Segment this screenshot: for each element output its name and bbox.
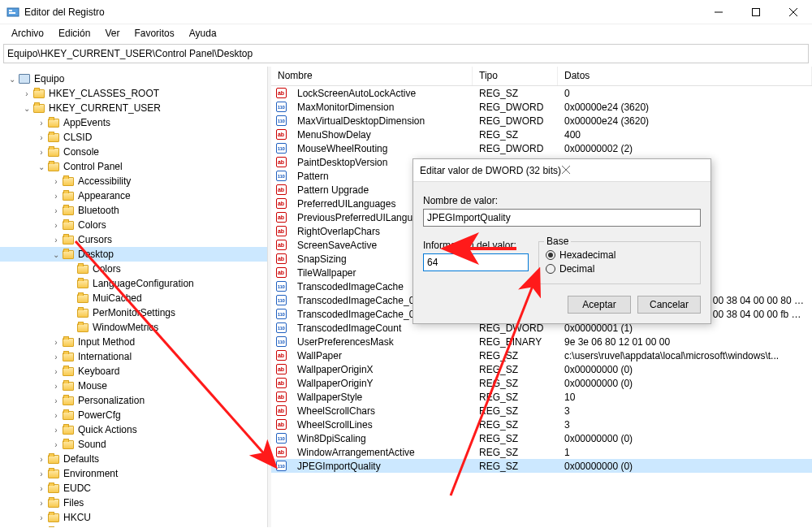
chevron-icon[interactable]: › xyxy=(50,206,62,215)
chevron-icon[interactable]: › xyxy=(36,148,47,157)
tree-node[interactable]: ›Cursors xyxy=(0,232,267,247)
tree-node[interactable]: ›Colors xyxy=(0,218,267,232)
chevron-icon[interactable]: › xyxy=(21,89,32,98)
tree-node[interactable]: ⌄Desktop xyxy=(0,247,267,262)
name-input[interactable] xyxy=(423,209,701,227)
ok-button[interactable]: Aceptar xyxy=(568,296,631,314)
tree-node[interactable]: ›Files xyxy=(0,496,267,510)
tree-node[interactable]: ⌄Control Panel xyxy=(0,159,267,174)
value-row[interactable]: abWallpaperOriginYREG_SZ0x00000000 (0) xyxy=(271,376,812,390)
menu-edición[interactable]: Edición xyxy=(52,26,97,41)
maximize-button[interactable] xyxy=(737,0,775,24)
chevron-icon[interactable]: › xyxy=(50,382,62,391)
menu-archivo[interactable]: Archivo xyxy=(5,26,50,41)
chevron-icon[interactable]: ⌄ xyxy=(50,250,62,259)
value-row[interactable]: 110JPEGImportQualityREG_SZ0x00000000 (0) xyxy=(271,459,812,473)
cell-data: 0x00000002 (2) xyxy=(558,143,812,154)
value-row[interactable]: 110MaxVirtualDesktopDimensionREG_DWORD0x… xyxy=(271,114,812,128)
chevron-icon[interactable]: › xyxy=(50,411,62,420)
tree-node[interactable]: Colors xyxy=(0,262,267,276)
tree-node[interactable]: ⌄Equipo xyxy=(0,71,267,86)
close-button[interactable] xyxy=(775,0,812,24)
menu-ver[interactable]: Ver xyxy=(98,26,126,41)
tree-node[interactable]: ›Mouse xyxy=(0,379,267,393)
value-row[interactable]: abWallPaperREG_SZc:\users\ruvel\appdata\… xyxy=(271,348,812,362)
tree-node[interactable]: ›EUDC xyxy=(0,481,267,496)
chevron-icon[interactable]: › xyxy=(50,353,62,361)
tree-node[interactable]: ⌄HKEY_CURRENT_USER xyxy=(0,101,267,115)
folder-icon xyxy=(47,468,60,479)
chevron-icon[interactable]: › xyxy=(36,470,47,478)
tree-node[interactable]: ›AppEvents xyxy=(0,115,267,130)
data-input[interactable] xyxy=(423,253,529,271)
tree-node[interactable]: ›Accessibility xyxy=(0,174,267,188)
menu-favoritos[interactable]: Favoritos xyxy=(127,26,180,41)
tree-node[interactable]: ›Quick Actions xyxy=(0,422,267,437)
tree-node[interactable]: ›Keyboard xyxy=(0,364,267,379)
chevron-icon[interactable]: › xyxy=(50,367,62,376)
tree-node[interactable]: ›Appearance xyxy=(0,188,267,203)
tree-node[interactable]: MuiCached xyxy=(0,291,267,305)
tree-node[interactable]: ›Personalization xyxy=(0,393,267,408)
base-group: Base Hexadecimal Decimal xyxy=(538,241,701,284)
value-row[interactable]: abMenuShowDelayREG_SZ400 xyxy=(271,128,812,141)
chevron-icon[interactable]: › xyxy=(50,396,62,405)
value-row[interactable]: 110UserPreferencesMaskREG_BINARY9e 3e 06… xyxy=(271,335,812,348)
chevron-icon[interactable]: ⌄ xyxy=(21,104,32,113)
tree-node[interactable]: ›Bluetooth xyxy=(0,203,267,218)
chevron-icon[interactable]: › xyxy=(50,177,62,186)
tree-node[interactable]: ›Environment xyxy=(0,466,267,481)
chevron-icon[interactable]: › xyxy=(36,455,47,464)
tree-node[interactable]: ›International xyxy=(0,349,267,364)
value-row[interactable]: 110Win8DpiScalingREG_SZ0x00000000 (0) xyxy=(271,431,812,445)
chevron-icon[interactable]: › xyxy=(36,119,47,128)
tree-node[interactable]: LanguageConfiguration xyxy=(0,276,267,291)
col-name[interactable]: Nombre xyxy=(271,67,473,85)
tree-label: CLSID xyxy=(63,132,92,143)
value-row[interactable]: abWallpaperStyleREG_SZ10 xyxy=(271,390,812,404)
value-row[interactable]: abWindowArrangementActiveREG_SZ1 xyxy=(271,445,812,459)
tree-node[interactable]: ›Sound xyxy=(0,437,267,452)
chevron-icon[interactable]: › xyxy=(50,426,62,435)
value-row[interactable]: abWallpaperOriginXREG_SZ0x00000000 (0) xyxy=(271,362,812,376)
tree-node[interactable]: ›HKEY_CLASSES_ROOT xyxy=(0,86,267,101)
chevron-icon[interactable]: › xyxy=(36,133,47,142)
radio-hex[interactable]: Hexadecimal xyxy=(546,249,693,261)
tree-node[interactable]: ›CLSID xyxy=(0,130,267,145)
chevron-icon[interactable]: › xyxy=(36,513,47,522)
value-row[interactable]: abWheelScrollCharsREG_SZ3 xyxy=(271,404,812,418)
minimize-button[interactable] xyxy=(700,0,737,24)
value-row[interactable]: abLockScreenAutoLockActiveREG_SZ0 xyxy=(271,86,812,100)
tree-node[interactable]: ›Input Method xyxy=(0,335,267,349)
col-type[interactable]: Tipo xyxy=(473,67,558,85)
radio-dec[interactable]: Decimal xyxy=(546,263,693,275)
cancel-button[interactable]: Cancelar xyxy=(637,296,701,314)
tree-node[interactable]: ›PowerCfg xyxy=(0,408,267,422)
tree-node[interactable]: WindowMetrics xyxy=(0,320,267,335)
chevron-icon[interactable]: › xyxy=(50,192,62,201)
value-row[interactable]: 110MouseWheelRoutingREG_DWORD0x00000002 … xyxy=(271,141,812,155)
chevron-icon[interactable]: › xyxy=(50,236,62,245)
tree-pane[interactable]: ⌄Equipo›HKEY_CLASSES_ROOT⌄HKEY_CURRENT_U… xyxy=(0,67,268,527)
chevron-icon[interactable]: › xyxy=(36,499,47,508)
chevron-icon[interactable]: ⌄ xyxy=(6,75,18,84)
tree-node[interactable]: ›Defaults xyxy=(0,452,267,466)
folder-icon xyxy=(62,175,75,187)
chevron-icon[interactable]: › xyxy=(50,338,62,347)
tree-node[interactable]: ›HKCU xyxy=(0,510,267,525)
col-data[interactable]: Datos xyxy=(558,67,812,85)
tree-node[interactable]: ›Keyboard Layout xyxy=(0,525,267,527)
value-row[interactable]: 110MaxMonitorDimensionREG_DWORD0x00000e2… xyxy=(271,100,812,114)
chevron-icon[interactable]: ⌄ xyxy=(36,162,47,171)
chevron-icon[interactable]: › xyxy=(36,484,47,493)
address-bar[interactable]: Equipo\HKEY_CURRENT_USER\Control Panel\D… xyxy=(3,44,809,63)
tree-node[interactable]: ›Console xyxy=(0,145,267,159)
value-row[interactable]: abWheelScrollLinesREG_SZ3 xyxy=(271,418,812,431)
tree-node[interactable]: PerMonitorSettings xyxy=(0,305,267,320)
chevron-icon[interactable]: › xyxy=(50,440,62,449)
menu-ayuda[interactable]: Ayuda xyxy=(183,26,223,41)
chevron-icon[interactable]: › xyxy=(50,221,62,230)
dialog-titlebar[interactable]: Editar valor de DWORD (32 bits) xyxy=(413,159,710,182)
cell-type: REG_SZ xyxy=(473,88,558,99)
dialog-close-icon[interactable] xyxy=(562,165,704,176)
